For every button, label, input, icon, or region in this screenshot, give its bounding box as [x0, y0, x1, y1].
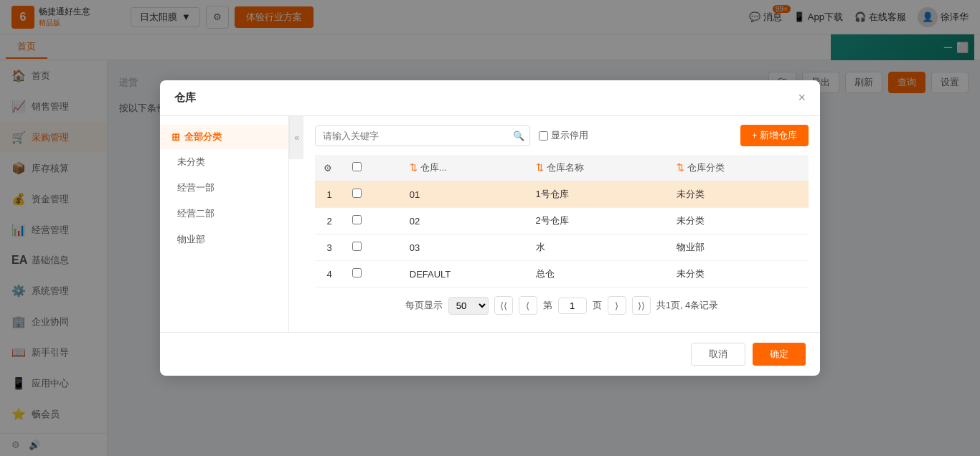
first-page-button[interactable]: ⟨⟨ — [494, 296, 513, 315]
category-property[interactable]: 物业部 — [160, 227, 288, 252]
search-input[interactable] — [315, 125, 530, 146]
row-checkbox[interactable] — [352, 268, 362, 277]
show-disabled-label[interactable]: 显示停用 — [539, 129, 588, 142]
category-ops2[interactable]: 经营二部 — [160, 201, 288, 227]
category-unclassified[interactable]: 未分类 — [160, 149, 288, 175]
sort-icon: ⇅ — [536, 162, 544, 173]
first-page-icon: ⟨⟨ — [500, 300, 507, 311]
modal-header: 仓库 × — [160, 80, 820, 116]
row-checkbox[interactable] — [352, 215, 362, 224]
last-page-button[interactable]: ⟩⟩ — [632, 296, 651, 315]
add-warehouse-button[interactable]: + 新增仓库 — [740, 125, 809, 146]
row-checkbox[interactable] — [352, 242, 362, 251]
cancel-button[interactable]: 取消 — [691, 343, 745, 366]
prev-page-icon: ⟨ — [526, 300, 529, 311]
col-gear: ⚙ — [315, 155, 344, 181]
page-number-input[interactable] — [558, 298, 587, 314]
row-checkbox[interactable] — [352, 189, 362, 198]
modal-footer: 取消 确定 — [160, 332, 820, 376]
close-button[interactable]: × — [798, 90, 806, 105]
table-row[interactable]: 1 01 1号仓库 未分类 — [315, 181, 809, 208]
table-row[interactable]: 3 03 水 物业部 — [315, 234, 809, 261]
sort-icon: ⇅ — [677, 162, 684, 173]
prev-page-button[interactable]: ⟨ — [519, 296, 537, 315]
collapse-sidebar-button[interactable]: « — [289, 116, 303, 159]
col-code[interactable]: ⇅仓库... — [401, 155, 527, 181]
show-disabled-checkbox[interactable] — [539, 131, 548, 141]
search-bar: 🔍 显示停用 + 新增仓库 — [315, 125, 809, 146]
modal-title: 仓库 — [174, 91, 196, 105]
search-icon[interactable]: 🔍 — [513, 130, 524, 141]
search-wrap: 🔍 — [315, 125, 530, 146]
next-page-button[interactable]: ⟩ — [608, 296, 626, 315]
select-all-checkbox[interactable] — [352, 162, 362, 171]
all-categories[interactable]: ⊞ 全部分类 — [160, 125, 288, 149]
per-page-select[interactable]: 50 10 20 100 — [448, 297, 489, 315]
category-ops1[interactable]: 经营一部 — [160, 175, 288, 201]
category-sidebar: ⊞ 全部分类 未分类 经营一部 经营二部 物业部 — [160, 116, 289, 332]
table-row[interactable]: 4 DEFAULT 总仓 未分类 — [315, 261, 809, 288]
confirm-button[interactable]: 确定 — [753, 343, 806, 366]
warehouse-modal: 仓库 × ⊞ 全部分类 未分类 经营一部 经营二部 物业部 « 🔍 — [160, 80, 820, 376]
col-name[interactable]: ⇅仓库名称 — [527, 155, 668, 181]
col-category[interactable]: ⇅仓库分类 — [668, 155, 809, 181]
sort-icon: ⇅ — [410, 162, 418, 173]
modal-body: ⊞ 全部分类 未分类 经营一部 经营二部 物业部 « 🔍 显示停用 — [160, 116, 820, 332]
pagination: 每页显示 50 10 20 100 ⟨⟨ ⟨ 第 页 ⟩ — [315, 288, 809, 323]
grid-icon: ⊞ — [171, 131, 180, 143]
col-checkbox — [344, 155, 401, 181]
warehouse-table: ⚙ ⇅仓库... ⇅仓库名称 ⇅仓库分类 1 01 1号仓库 未分类 — [315, 155, 809, 288]
last-page-icon: ⟩⟩ — [638, 300, 645, 311]
table-row[interactable]: 2 02 2号仓库 未分类 — [315, 208, 809, 234]
table-area: 🔍 显示停用 + 新增仓库 ⚙ ⇅仓库... ⇅仓库名称 ⇅仓库分类 — [303, 116, 820, 332]
next-page-icon: ⟩ — [615, 300, 618, 311]
